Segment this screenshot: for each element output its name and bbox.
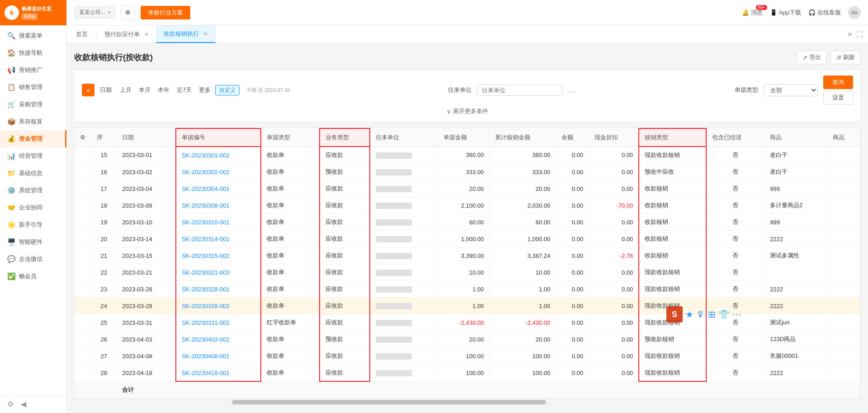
date-btn-more[interactable]: 更多: [196, 85, 213, 95]
footer-empty: [75, 381, 117, 399]
doc-no-link[interactable]: SK-20230408-001: [182, 353, 230, 360]
wm-star-icon[interactable]: ★: [685, 309, 693, 320]
doc-no-link[interactable]: SK-20230304-001: [182, 185, 230, 192]
sidebar-item-finance[interactable]: 💰资金管理: [0, 130, 66, 147]
sidebar-item-operation[interactable]: 📊经营管理: [0, 147, 66, 165]
td-checkbox: [75, 164, 91, 180]
td-doc-type: 收款单: [261, 365, 320, 382]
header-settings-btn[interactable]: ⚙: [121, 5, 135, 20]
td-goods2: [827, 365, 860, 382]
td-goods2: [827, 331, 860, 348]
sidebar-item-member[interactable]: ✅畅会员: [0, 268, 66, 285]
doc-no-link[interactable]: SK-20230331-002: [182, 319, 230, 326]
logo-abbr: 6: [10, 9, 14, 16]
scrollbar-thumb[interactable]: [232, 400, 546, 404]
sidebar-item-inventory[interactable]: 📦库存核算: [0, 113, 66, 130]
td-seq: 21: [91, 247, 117, 264]
sidebar-item-sales[interactable]: 📋销售管理: [0, 79, 66, 96]
td-goods: [764, 264, 827, 281]
doc-no-link[interactable]: SK-20230328-002: [182, 303, 230, 309]
td-partner: [370, 281, 438, 298]
collapse-icon[interactable]: ◀: [21, 400, 26, 408]
td-goods: 老白干: [764, 147, 827, 164]
date-btn-7days[interactable]: 近7天: [174, 85, 194, 95]
sidebar-item-basic[interactable]: 📁基础信息: [0, 165, 66, 182]
sidebar-menu: 🔍搜索菜单🏠快捷导航📢营销推广📋销售管理🛒采购管理📦库存核算💰资金管理📊经营管理…: [0, 25, 66, 395]
message-badge: 99+: [756, 5, 767, 10]
doc-no-link[interactable]: SK-20230302-002: [182, 169, 230, 176]
td-balance: 0.00: [556, 247, 589, 264]
date-btn-this-year[interactable]: 本年: [155, 85, 172, 95]
tab-prepay-close[interactable]: ✕: [144, 31, 149, 38]
td-doc-no: SK-20230301-002: [176, 147, 261, 164]
td-doc-no: SK-20230308-001: [176, 197, 261, 214]
doc-no-link[interactable]: SK-20230308-001: [182, 202, 230, 209]
sidebar-item-quick[interactable]: 🏠快捷导航: [0, 44, 66, 62]
sidebar-item-guide[interactable]: 🌟新手引导: [0, 216, 66, 233]
doc-no-link[interactable]: SK-20230314-001: [182, 236, 230, 242]
doc-no-link[interactable]: SK-20230403-002: [182, 336, 230, 343]
td-balance: 0.00: [556, 314, 589, 331]
app-download-btn[interactable]: 📱 App下载: [770, 9, 801, 17]
doc-no-link[interactable]: SK-20230315-002: [182, 252, 230, 259]
td-cumulative: 20.00: [490, 331, 556, 348]
th-gear[interactable]: ⚙: [75, 128, 91, 147]
tab-maximize-icon[interactable]: ⛶: [856, 31, 863, 38]
doc-no-link[interactable]: SK-20230301-002: [182, 152, 230, 159]
td-cancel-type: 收款核销: [639, 247, 706, 264]
wm-shirt-icon[interactable]: 👕: [718, 309, 730, 320]
tab-receipt[interactable]: 收款核销执行 ✕: [156, 25, 216, 43]
td-doc-no: SK-20230408-001: [176, 348, 261, 365]
filter-toggle-icon: »: [86, 87, 90, 94]
partner-input[interactable]: [477, 85, 563, 96]
td-biz-type: 应收款: [320, 247, 370, 264]
date-btn-custom[interactable]: 自定义: [215, 85, 240, 95]
td-checkbox: [75, 314, 91, 331]
query-btn[interactable]: 查询: [823, 76, 853, 89]
sidebar-icon-quick: 🏠: [7, 49, 15, 57]
settings-bottom-icon[interactable]: ⚙: [7, 400, 14, 408]
messages-btn[interactable]: 🔔 消息 99+: [742, 9, 763, 17]
online-service-btn[interactable]: 🎧 在线客服: [808, 9, 841, 17]
table-row: 24 2023-03-28 SK-20230328-002 收款单 应收款 1.…: [75, 298, 860, 314]
sidebar-icon-collab: 🤝: [7, 204, 15, 212]
sidebar-item-purchase[interactable]: 🛒采购管理: [0, 96, 66, 113]
tab-home[interactable]: 首页: [67, 25, 97, 43]
main-area: 某某公司... ▾ ⚙ 体验行业方案 🔔 消息 99+ 📱 App下载 🎧 在线…: [67, 0, 868, 413]
sidebar-item-search[interactable]: 🔍搜索菜单: [0, 27, 66, 44]
sidebar-item-hardware[interactable]: 🖥️智能硬件: [0, 233, 66, 251]
tab-prepay[interactable]: 预付款应付单 ✕: [97, 25, 156, 43]
sidebar-item-wechat[interactable]: 💬企业微信: [0, 251, 66, 268]
refresh-btn[interactable]: ↺ 刷新: [830, 51, 861, 64]
sidebar-icon-purchase: 🛒: [7, 100, 15, 109]
industry-solution-btn[interactable]: 体验行业方案: [141, 6, 190, 19]
export-label: 导出: [809, 53, 821, 62]
sidebar-item-marketing[interactable]: 📢营销推广: [0, 62, 66, 79]
tab-receipt-close[interactable]: ✕: [203, 31, 208, 37]
td-amount: 1.00: [438, 298, 490, 314]
doc-no-link[interactable]: SK-20230321-003: [182, 269, 230, 276]
settings-filter-btn[interactable]: 设置: [823, 91, 853, 104]
expand-more-btn[interactable]: ∨ 展开更多条件: [82, 104, 853, 116]
sidebar-item-system[interactable]: ⚙️系统管理: [0, 182, 66, 199]
company-selector[interactable]: 某某公司... ▾: [74, 6, 115, 19]
filter-toggle-btn[interactable]: »: [82, 84, 94, 96]
doc-no-link[interactable]: SK-20230310-001: [182, 219, 230, 226]
date-btn-this-month[interactable]: 本月: [136, 85, 153, 95]
sidebar-item-collab[interactable]: 🤝企业协同: [0, 199, 66, 216]
export-btn[interactable]: ↗ 导出: [797, 51, 827, 64]
tab-close-all-icon[interactable]: ✕: [847, 31, 853, 38]
td-balance: 0.00: [556, 214, 589, 231]
wm-mic-icon[interactable]: 🎙: [696, 309, 705, 320]
wm-more-icon[interactable]: ⋯: [732, 309, 741, 320]
horizontal-scrollbar[interactable]: [75, 399, 860, 405]
td-discount: 0.00: [589, 314, 639, 331]
user-avatar[interactable]: Rit: [848, 6, 861, 19]
date-btn-last-month[interactable]: 上月: [117, 85, 134, 95]
doc-no-link[interactable]: SK-20230328-001: [182, 286, 230, 293]
td-doc-type: 收款单: [261, 264, 320, 281]
doc-type-select[interactable]: 全部 收款单 红字收款单: [764, 84, 818, 96]
wm-grid-icon[interactable]: ⊞: [708, 309, 716, 320]
doc-no-link[interactable]: SK-20230418-001: [182, 370, 230, 376]
td-goods2: [827, 214, 860, 231]
